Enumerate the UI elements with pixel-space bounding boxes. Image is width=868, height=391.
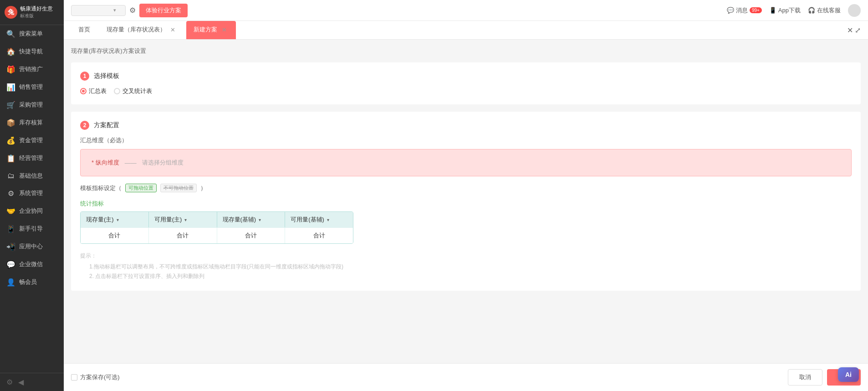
radio-cross-label: 交叉统计表 [123,87,152,95]
home-icon: 🏠 [6,47,15,56]
radio-cross[interactable]: 交叉统计表 [114,87,152,95]
template-radio-group: 汇总表 交叉统计表 [80,87,852,95]
sidebar-item-label: 新手引导 [19,225,43,233]
radio-summary-label: 汇总表 [89,87,107,95]
tab-new-scheme[interactable]: 新建方案 ✕ [186,21,236,39]
sidebar-item-label: 快捷导航 [19,47,43,56]
chevron-down-icon[interactable]: ▾ [113,7,116,13]
topbar-right: 💬 消息 99+ 📱 App下载 🎧 在线客服 [727,4,861,17]
vertical-dimension-label: * 纵向维度 [92,159,119,167]
topbar-search-input[interactable] [75,7,112,14]
save-scheme-checkbox[interactable] [71,374,77,381]
tab-home[interactable]: 首页 [71,21,97,39]
stats-col-1[interactable]: 可用量(主) ▾ [149,212,217,227]
topbar-search-box[interactable]: ▾ [71,5,126,16]
sidebar-nav: 🏠 快捷导航 🎁 营销推广 📊 销售管理 🛒 采购管理 📦 库存核算 💰 资金管… [0,43,64,373]
save-scheme-label: 方案保存(可选) [80,373,120,381]
sidebar-item-label: 应用中心 [19,242,43,251]
sidebar-logo: 兔 畅康通好生意 标准版 [0,0,64,25]
topbar: ▾ ⚙ 体验行业方案 💬 消息 99+ 📱 App下载 🎧 在线客服 [64,0,868,21]
topbar-settings-icon[interactable]: ⚙ [129,6,136,15]
not-draggable-badge: 不可拖动位置 [160,184,197,192]
box-icon: 📦 [6,118,15,127]
sidebar-item-operations[interactable]: 📋 经营管理 [0,149,64,167]
sidebar-item-label: 采购管理 [19,101,43,109]
online-service-button[interactable]: 🎧 在线客服 [808,6,841,15]
chevron-down-icon-3: ▾ [327,217,329,222]
tab-close-icon[interactable]: ✕ [168,26,177,33]
dimension-dash: —— [125,159,137,166]
download-icon: 📱 [769,7,776,14]
sidebar-item-marketing[interactable]: 🎁 营销推广 [0,61,64,78]
step2-card: 2 方案配置 汇总维度（必选） * 纵向维度 —— 请选择分组维度 模板指标设定… [71,112,861,291]
sidebar-item-system[interactable]: ⚙ 系统管理 [0,185,64,202]
dimension-placeholder: 请选择分组维度 [142,159,184,167]
sidebar-item-label: 基础信息 [19,172,43,180]
online-service-label: 在线客服 [817,6,841,15]
tab-new-scheme-close-icon[interactable]: ✕ [220,26,229,33]
folder-icon: 🗂 [6,172,15,180]
content-area: 现存量(库存状况表)方案设置 1 选择模板 汇总表 交叉统计表 2 [64,40,868,363]
panel-close-btn[interactable]: ✕ [847,26,853,35]
stats-col-0[interactable]: 现存量(主) ▾ [81,212,149,227]
industry-solution-button[interactable]: 体验行业方案 [139,4,188,17]
tips-label: 提示： [80,251,852,261]
sidebar-item-inventory[interactable]: 📦 库存核算 [0,114,64,132]
radio-summary-circle [80,88,87,94]
apps-icon: 📲 [6,242,15,251]
sidebar-item-label: 库存核算 [19,118,43,127]
sidebar-bottom: ⚙ ◀ [0,373,64,391]
stats-table: 现存量(主) ▾ 可用量(主) ▾ 现存量(基辅) ▾ 可用量(基辅) ▾ [80,211,353,244]
message-icon: 💬 [727,7,734,14]
settings-bottom-btn[interactable]: ⚙ [6,378,13,386]
stats-data-row-0: 合计 合计 合计 合计 [81,227,353,243]
app-download-button[interactable]: 📱 App下载 [769,6,801,15]
summary-dimension-label: 汇总维度（必选） [80,136,852,144]
step1-card: 1 选择模板 汇总表 交叉统计表 [71,62,861,104]
step2-title: 方案配置 [94,121,119,129]
stats-col-3[interactable]: 可用量(基辅) ▾ [285,212,353,227]
cancel-button[interactable]: 取消 [788,369,822,386]
radio-summary[interactable]: 汇总表 [80,87,107,95]
sidebar-item-label: 企业协同 [19,207,43,215]
sidebar-item-label: 经营管理 [19,154,43,162]
app-logo-text: 畅康通好生意 标准版 [20,5,53,19]
footer-left: 方案保存(可选) [71,373,120,381]
tab-inventory-status[interactable]: 现存量（库存状况表） ✕ [99,21,184,39]
sidebar-item-label: 销售管理 [19,83,43,91]
dimension-box[interactable]: * 纵向维度 —— 请选择分组维度 [80,149,852,176]
sidebar-item-sales[interactable]: 📊 销售管理 [0,78,64,96]
panel-expand-btn[interactable]: ⤢ [855,26,861,35]
sidebar-item-finance[interactable]: 💰 资金管理 [0,132,64,149]
chat-icon: 💬 [6,260,15,269]
stats-header-row: 现存量(主) ▾ 可用量(主) ▾ 现存量(基辅) ▾ 可用量(基辅) ▾ [81,212,353,227]
stats-col-2[interactable]: 现存量(基辅) ▾ [217,212,286,227]
sidebar-item-corp[interactable]: 🤝 企业协同 [0,202,64,220]
sidebar-item-basic-info[interactable]: 🗂 基础信息 [0,167,64,185]
draggable-badge: 可拖动位置 [125,184,157,192]
sidebar-item-search[interactable]: 🔍 搜索菜单 [0,25,64,43]
sidebar-item-quick-nav[interactable]: 🏠 快捷导航 [0,43,64,61]
step1-title: 选择模板 [94,72,119,80]
tip-2: 2. 点击标题栏下拉可设置排序、插入列和删除列 [80,272,852,282]
stats-col-3-label: 可用量(基辅) [291,216,324,224]
stats-cell-0-1: 合计 [149,228,217,243]
avatar[interactable] [848,4,861,17]
collapse-sidebar-btn[interactable]: ◀ [18,378,24,386]
template-settings-suffix: ） [200,184,206,192]
sidebar-item-purchase[interactable]: 🛒 采购管理 [0,96,64,114]
tip-1: 1.拖动标题栏可以调整布局，不可跨维度或指标区域拖动栏目字段(只能在同一维度或指… [80,262,852,272]
main-content: ▾ ⚙ 体验行业方案 💬 消息 99+ 📱 App下载 🎧 在线客服 首页 [64,0,868,391]
sidebar-item-member[interactable]: 👤 畅会员 [0,273,64,291]
tips-section: 提示： 1.拖动标题栏可以调整布局，不可跨维度或指标区域拖动栏目字段(只能在同一… [80,251,852,282]
sidebar-item-wechat[interactable]: 💬 企业微信 [0,256,64,273]
template-settings-label: 模板指标设定（ 可拖动位置 不可拖动位置 ） [80,184,852,192]
ai-button[interactable]: Ai [838,367,859,382]
sidebar-item-app-center[interactable]: 📲 应用中心 [0,238,64,256]
sidebar-item-newbie[interactable]: 📱 新手引导 [0,220,64,238]
save-scheme-checkbox-label[interactable]: 方案保存(可选) [71,373,120,381]
cart-icon: 🛒 [6,101,15,109]
app-logo-icon: 兔 [5,6,17,19]
step1-header: 1 选择模板 [80,72,852,81]
message-button[interactable]: 💬 消息 99+ [727,6,762,15]
